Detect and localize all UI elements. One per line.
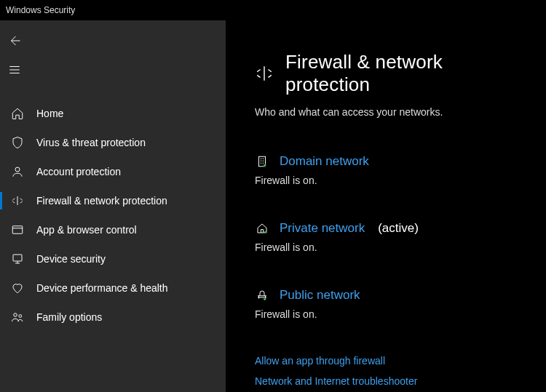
- svg-point-0: [15, 167, 20, 172]
- sidebar-item-label: Home: [36, 108, 63, 119]
- svg-point-3: [14, 313, 17, 317]
- page-header: Firewall & network protection: [255, 51, 517, 96]
- family-icon: [10, 310, 25, 324]
- sidebar-item-label: Device performance & health: [36, 282, 168, 294]
- firewall-icon: [10, 193, 25, 208]
- bench-icon: [255, 288, 269, 303]
- hamburger-icon: [8, 63, 21, 79]
- public-network-link[interactable]: Public network: [280, 288, 360, 303]
- back-button[interactable]: [0, 28, 29, 57]
- app-title: Windows Security: [6, 5, 75, 15]
- sidebar-item-label: Virus & threat protection: [36, 137, 146, 148]
- domain-network-status: Firewall is on.: [255, 175, 517, 186]
- sidebar-item-label: Family options: [36, 311, 102, 323]
- sidebar-item-app-browser[interactable]: App & browser control: [0, 215, 226, 244]
- allow-app-link[interactable]: Allow an app through firewall: [255, 355, 517, 367]
- sidebar-item-virus[interactable]: Virus & threat protection: [0, 128, 226, 157]
- private-network-status: Firewall is on.: [255, 241, 517, 253]
- page-subtitle: Who and what can access your networks.: [255, 106, 517, 118]
- public-network-section: Public network Firewall is on.: [255, 288, 517, 320]
- svg-rect-1: [12, 226, 23, 234]
- heart-icon: [10, 281, 25, 295]
- private-network-suffix: (active): [378, 221, 419, 236]
- shield-icon: [10, 135, 25, 150]
- sidebar-item-home[interactable]: Home: [0, 99, 226, 128]
- network-sections: Domain network Firewall is on. Private n…: [255, 154, 517, 320]
- back-arrow-icon: [8, 34, 21, 50]
- device-icon: [10, 252, 25, 266]
- main-content: Firewall & network protection Who and wh…: [226, 20, 546, 392]
- public-network-status: Firewall is on.: [255, 308, 517, 320]
- page-title: Firewall & network protection: [285, 51, 517, 96]
- sidebar-item-account[interactable]: Account protection: [0, 157, 226, 186]
- hamburger-button[interactable]: [0, 57, 29, 86]
- person-icon: [10, 164, 25, 179]
- private-network-link[interactable]: Private network: [280, 221, 365, 236]
- private-network-section: Private network (active) Firewall is on.: [255, 221, 517, 253]
- home-icon: [10, 106, 25, 121]
- sidebar-item-label: Firewall & network protection: [36, 195, 167, 207]
- house-icon: [255, 221, 269, 236]
- sidebar-item-device-security[interactable]: Device security: [0, 244, 226, 273]
- bottom-links: Allow an app through firewall Network an…: [255, 355, 517, 387]
- sidebar-item-performance[interactable]: Device performance & health: [0, 273, 226, 303]
- sidebar-item-family[interactable]: Family options: [0, 303, 226, 332]
- window-icon: [10, 223, 25, 237]
- sidebar-item-label: App & browser control: [36, 224, 137, 236]
- firewall-icon: [255, 64, 274, 83]
- troubleshooter-link[interactable]: Network and Internet troubleshooter: [255, 375, 517, 387]
- titlebar: Windows Security: [0, 0, 546, 20]
- sidebar-item-firewall[interactable]: Firewall & network protection: [0, 186, 226, 215]
- svg-point-4: [19, 315, 22, 318]
- building-icon: [255, 154, 269, 169]
- svg-rect-2: [13, 255, 22, 261]
- sidebar-item-label: Account protection: [36, 166, 121, 177]
- sidebar-item-label: Device security: [36, 253, 106, 265]
- nav: Home Virus & threat protection Account p…: [0, 99, 226, 332]
- sidebar: Home Virus & threat protection Account p…: [0, 20, 226, 392]
- domain-network-section: Domain network Firewall is on.: [255, 154, 517, 186]
- domain-network-link[interactable]: Domain network: [280, 154, 369, 169]
